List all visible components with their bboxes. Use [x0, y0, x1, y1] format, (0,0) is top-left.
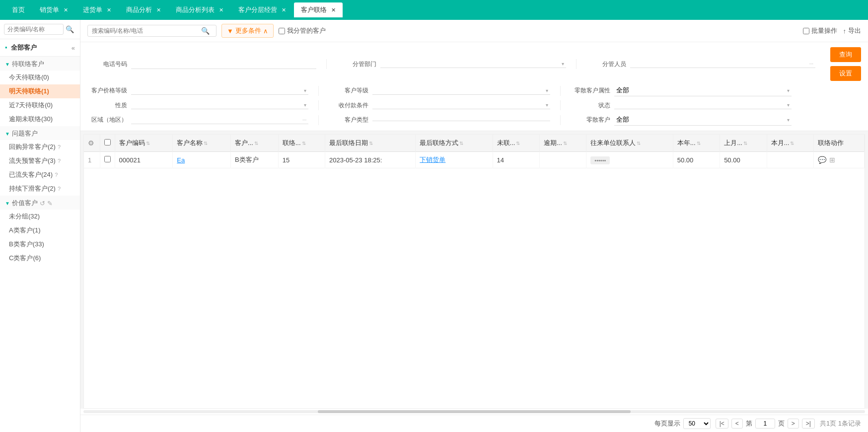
batch-op-btn[interactable]: 批量操作	[803, 26, 837, 35]
nav-item-home[interactable]: 首页	[5, 2, 32, 17]
total-records: 共1页 1条记录	[820, 419, 861, 428]
close-icon-purchase[interactable]: ✕	[107, 7, 111, 13]
cell-last-month: 50.00	[720, 152, 767, 168]
help-icon-4[interactable]: ?	[58, 186, 61, 192]
action-icon-chat[interactable]: 💬	[818, 156, 826, 164]
next-page-btn[interactable]: >	[788, 419, 799, 429]
close-icon-customer-tier[interactable]: ✕	[282, 7, 286, 13]
action-icon-grid[interactable]: ⊞	[829, 156, 835, 164]
main-layout: 🔍 ▪ 全部客户 « ▼ 待联络客户 今天待联络(0) 明天待联络(1) 近7天…	[0, 20, 868, 432]
collapse-icon[interactable]: «	[72, 44, 75, 52]
close-icon-analysis[interactable]: ✕	[156, 7, 161, 13]
batch-op-checkbox[interactable]	[803, 28, 809, 34]
nav-item-purchase[interactable]: 进货单 ✕	[76, 2, 118, 17]
sidebar-search-icon[interactable]: 🔍	[66, 25, 74, 33]
chevron-down-icon-status: ▾	[787, 102, 790, 108]
sidebar-item-churned[interactable]: 已流失客户(24) ?	[0, 168, 80, 182]
customer-level-select[interactable]: ▾	[372, 87, 550, 95]
action-buttons: 查询 设置	[830, 47, 861, 81]
dept-select[interactable]: ▾	[380, 60, 566, 68]
sidebar-item-ungrouped[interactable]: 未分组(32)	[0, 210, 80, 223]
price-level-select[interactable]: ▾	[131, 87, 308, 95]
payment-select[interactable]: ▾	[372, 101, 550, 109]
sidebar-item-a-class[interactable]: A类客户(1)	[0, 223, 80, 237]
filter-btn[interactable]: ▼ 更多条件 ∧	[221, 24, 274, 38]
chevron-down-icon-person: ···	[809, 61, 813, 67]
col-unit-contact: 往来单位联系人⇅	[586, 135, 673, 152]
filter-field-person: 分管人员 ···	[586, 60, 815, 69]
nav-item-customer-contact[interactable]: 客户联络 ✕	[294, 2, 343, 17]
scrollbar-thumb[interactable]	[318, 410, 631, 413]
close-icon-analysis-list[interactable]: ✕	[219, 7, 223, 13]
sidebar-all-customers[interactable]: ▪ 全部客户 «	[0, 39, 80, 57]
sidebar-item-repurchase-abnormal[interactable]: 回购异常客户(2) ?	[0, 140, 80, 154]
cell-overdue	[539, 152, 586, 168]
edit-icon[interactable]: ✎	[47, 200, 53, 207]
search-input[interactable]	[92, 27, 201, 34]
sidebar-search-input[interactable]	[4, 24, 64, 35]
sidebar-item-tomorrow[interactable]: 明天待联络(1)	[0, 84, 80, 98]
select-all-checkbox[interactable]	[104, 139, 111, 145]
col-settings-icon[interactable]: ⚙	[88, 139, 94, 147]
help-icon-3[interactable]: ?	[55, 172, 58, 178]
filter-row-4: 区域（地区） ··· 客户类型 零散客户	[87, 114, 861, 126]
retail-select[interactable]: 全部 ▾	[614, 114, 792, 126]
col-customer-name: 客户名称⇅	[173, 135, 231, 152]
nav-item-sales[interactable]: 销货单 ✕	[33, 2, 75, 17]
my-customers-checkbox[interactable]	[279, 28, 285, 34]
filter-field-price-level: 客户价格等级 ▾	[87, 86, 308, 95]
cell-last-method[interactable]: 下销货单	[416, 152, 493, 168]
close-icon-customer-contact[interactable]: ✕	[331, 7, 336, 13]
cell-checkbox[interactable]	[100, 152, 115, 168]
sidebar-item-7days[interactable]: 近7天待联络(0)	[0, 98, 80, 112]
person-select[interactable]: ···	[630, 60, 815, 68]
col-checkbox[interactable]	[100, 135, 115, 152]
row-checkbox[interactable]	[104, 156, 111, 162]
help-icon-2[interactable]: ?	[58, 158, 61, 164]
cell-uncontacted: 14	[493, 152, 539, 168]
sidebar-item-churn-warning[interactable]: 流失预警客户(3) ?	[0, 154, 80, 168]
phone-input[interactable]	[131, 60, 316, 69]
export-icon: ↑	[843, 27, 847, 35]
sidebar-section-value: ▼ 价值客户 ↺ ✎	[0, 196, 80, 210]
sidebar-item-b-class[interactable]: B类客户(33)	[0, 237, 80, 251]
scrollbar[interactable]	[80, 409, 868, 415]
sidebar-item-today[interactable]: 今天待联络(0)	[0, 71, 80, 84]
export-btn[interactable]: ↑ 导出	[843, 26, 862, 35]
last-page-btn[interactable]: >|	[802, 419, 815, 429]
scrollbar-track	[83, 410, 865, 413]
help-icon-1[interactable]: ?	[58, 144, 61, 150]
triangle-icon-value: ▼	[5, 201, 10, 206]
sidebar-item-c-class[interactable]: C类客户(6)	[0, 251, 80, 265]
area-select[interactable]: ···	[131, 116, 308, 124]
page-input[interactable]	[755, 419, 775, 429]
filter-field-status: 状态 ▾	[571, 101, 792, 110]
prev-page-btn[interactable]: <	[731, 419, 743, 429]
customer-type-select[interactable]	[372, 119, 550, 121]
nav-item-customer-tier[interactable]: 客户分层经营 ✕	[231, 2, 293, 17]
filter-panel: 电话号码 分管部门 ▾ 分管人员 ···	[80, 42, 868, 131]
my-customers-filter[interactable]: 我分管的客户	[279, 26, 326, 35]
refresh-icon[interactable]: ↺	[40, 200, 45, 207]
cell-name[interactable]: Ea	[173, 152, 231, 168]
cell-unit-contact: ••••••	[586, 152, 673, 168]
sidebar-search-area: 🔍	[0, 20, 80, 39]
sidebar-item-declining[interactable]: 持续下滑客户(2) ?	[0, 182, 80, 196]
toolbar-right: 批量操作 ↑ 导出	[803, 26, 862, 35]
triangle-icon-problem: ▼	[5, 131, 10, 137]
settings-button[interactable]: 设置	[830, 66, 861, 81]
status-select[interactable]: ▾	[614, 101, 792, 109]
sidebar-item-overdue[interactable]: 逾期未联络(30)	[0, 112, 80, 126]
chevron-down-icon-nature: ▾	[304, 102, 306, 108]
col-settings[interactable]: ⚙	[84, 135, 100, 152]
col-last-contact-date: 最后联络日期⇅	[325, 135, 416, 152]
close-icon-sales[interactable]: ✕	[64, 7, 68, 13]
nav-item-analysis[interactable]: 商品分析 ✕	[119, 2, 168, 17]
retail-attr-select[interactable]: 全部 ▾	[614, 85, 792, 96]
nav-item-analysis-list[interactable]: 商品分析列表 ✕	[169, 2, 230, 17]
query-button[interactable]: 查询	[830, 47, 861, 62]
search-icon[interactable]: 🔍	[201, 27, 210, 35]
first-page-btn[interactable]: |<	[716, 419, 728, 429]
per-page-select[interactable]: 50 100 200	[683, 418, 711, 429]
nature-select[interactable]: ▾	[131, 101, 308, 109]
